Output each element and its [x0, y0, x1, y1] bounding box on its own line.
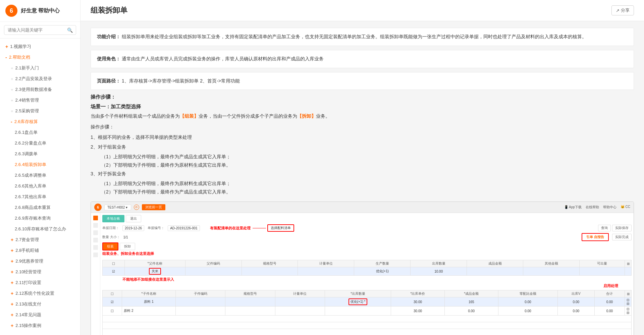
mock-upper-tbody: ☑ 关米 优化(+1) 10.00 [103, 267, 632, 276]
sidebar-item-mobile[interactable]: + 2.8手机旺铺 [0, 245, 80, 256]
mock-type-assembly: 组装 [102, 242, 118, 250]
sidebar-item-print[interactable]: + 2.11打印设置 [0, 277, 80, 288]
lower-r1-prodamt: 165 [444, 297, 498, 306]
mock-lower-row-5 [103, 329, 632, 335]
sidebar-item-splitcheck[interactable]: 2.6.2分量盘点单 [0, 138, 80, 149]
sidebar-item-costadj[interactable]: 2.6.5成本调整单 [0, 170, 80, 181]
lower-col-outv: 出库V [558, 290, 595, 297]
annotation-line-1 [253, 228, 266, 228]
sidebar-item-docs[interactable]: - 2.帮助文档 [0, 52, 80, 63]
mock-qty-label: 数量 大小： [102, 235, 120, 239]
mock-lower-thead: ☐ *子件名称 子件编码 规格型号 计量单位 *出库数量 *出库单价 *成品金额… [103, 290, 632, 297]
mock-logo: 6 [94, 204, 102, 211]
annotation-arrow-area-1: 选择配料清单 [253, 224, 294, 232]
upper-row1-unit [298, 267, 354, 276]
lower-r2-code [175, 306, 225, 316]
lower-col-outqty: *出库数量 [325, 290, 391, 297]
mock-lower-row-1: ☑ 原料 1 优化(+1) * 30.00 165 [103, 297, 632, 306]
app-logo-text: 好生意 帮助中心 [21, 7, 60, 14]
upper-row1-outqty: 10.00 [411, 267, 467, 276]
upper-row1-spec [241, 267, 298, 276]
search-icon: 🔍 [67, 27, 73, 33]
col-produce-qty: 生产数量 [354, 260, 411, 267]
feature-intro-label: 功能介绍： [97, 34, 120, 39]
annotation-text-3: 组装业务、拆卸业务在这里选择 [102, 251, 154, 256]
scenario-desc: 当由多个子件材料组装成一个成品的业务为【组装】业务，当由一个父件拆分成多个子产品… [91, 112, 634, 120]
col-out-qty: 出库数量 [411, 260, 467, 267]
mock-upper-row-1: ☑ 关米 优化(+1) 10.00 [103, 267, 632, 276]
mock-date-label: 单据日期： [102, 226, 119, 230]
search-input[interactable] [4, 25, 76, 35]
sidebar-item-stockcheck[interactable]: 2.6.1盘点单 [0, 127, 80, 138]
lower-r2-actions: ⊡ ⊟ [625, 306, 632, 316]
col-avail-qty: 可出量 [579, 260, 625, 267]
sidebar-item-install[interactable]: + 2.2产品安装及登录 [0, 73, 80, 84]
sidebar-item-video[interactable]: + 1.视频学习 [0, 41, 80, 52]
sidebar: 6 好生意 帮助中心 🔍 + 1.视频学习 - 2.帮助文档 + 2.1新手入门… [0, 0, 80, 335]
collapse-icon: - [5, 55, 7, 60]
sidebar-item-costrecalc[interactable]: 2.6.8商品成本重算 [0, 202, 80, 213]
custom-expand-icon: + [11, 291, 13, 296]
coupon-expand-icon: + [11, 259, 13, 264]
upper-row1-avail [579, 267, 625, 276]
lower-r4-empty [103, 322, 632, 329]
mock-icon-2 [93, 223, 98, 228]
sidebar-item-custom[interactable]: + 2.12系统个性化设置 [0, 288, 80, 299]
sidebar-item-sales[interactable]: + 2.4销售管理 [0, 95, 80, 106]
step2: 2、对于组装业务 [91, 143, 634, 151]
step2-sub1: （1）上部明细为父件明细，最终作为产成品生成其它入库单； [91, 153, 634, 161]
mock-confirm-area: 引单 自报告 [582, 233, 609, 241]
sidebar-item-stockquery[interactable]: 2.6.9库存账本查询 [0, 213, 80, 224]
mock-tab-local: 本地台账 [102, 215, 124, 222]
lower-r1-outv: 0.00 [558, 297, 595, 306]
upper-row1-name: 关米 [124, 267, 185, 276]
sidebar-item-otherinstock[interactable]: 2.6.6其他入库单 [0, 181, 80, 191]
sidebar-item-adjust[interactable]: 2.6.3调拨单 [0, 149, 80, 159]
col-unit: 计量单位 [298, 260, 354, 267]
lower-col-prodamt: *成品金额 [444, 290, 498, 297]
mock-type-row: 组装 拆卸 [102, 242, 632, 250]
sidebar-item-purchase[interactable]: + 2.5采购管理 [0, 106, 80, 116]
lower-r2-name: 原料 2 [122, 306, 176, 316]
sidebar-item-coupon[interactable]: + 2.9优惠券管理 [0, 256, 80, 267]
sidebar-nav: + 1.视频学习 - 2.帮助文档 + 2.1新手入门 + 2.2产品安装及登录… [0, 39, 80, 335]
lower-r1-code [175, 297, 225, 306]
sidebar-header: 6 好生意 帮助中心 [0, 0, 80, 22]
mock-num-input: AD-20191226-001 [168, 225, 200, 231]
mock-appdownload: 📱 App下载 [564, 205, 582, 210]
mock-tabs-row: 本地台账 退出 [102, 215, 632, 222]
sidebar-item-inventory[interactable]: - 2.6库存核算 [0, 116, 80, 127]
expand-icon: + [5, 44, 8, 49]
share-button[interactable]: ↗ 分享 [611, 5, 634, 15]
lower-r1-cb: ☑ [103, 297, 122, 306]
sidebar-item-otheroutstock[interactable]: 2.6.7其他出库单 [0, 191, 80, 202]
sidebar-item-online[interactable]: + 2.13在线支付 [0, 299, 80, 310]
role-intro-text: 通常由生产人员或库管人员完成拆装业务的操作，库管人员确认原材料的出库和产成品的入… [122, 56, 324, 61]
col-parent-name: *父件名称 [124, 260, 185, 267]
sidebar-item-data[interactable]: + 2.3使用前数据准备 [0, 84, 80, 95]
sidebar-item-finance[interactable]: + 2.7资金管理 [0, 234, 80, 245]
lower-r1-name: 原料 1 [122, 297, 176, 306]
sidebar-item-assembly[interactable]: 2.6.4组装拆卸单 [0, 159, 80, 170]
feature-intro-block: 功能介绍： 组装拆卸单用来处理企业组装或拆卸等加工业务，支持有固定装配清单的产品… [91, 28, 634, 46]
sidebar-item-biz[interactable]: + 2.10经营管理 [0, 267, 80, 277]
lower-r2-price: 30.00 [391, 306, 445, 316]
sidebar-item-case[interactable]: + 2.15操作案例 [0, 320, 80, 331]
lower-col-unit: 计量单位 [275, 290, 325, 297]
mock-new-btn: 浏览前一页 [142, 204, 165, 210]
lower-r1-actions: ⊡ ⊟ [625, 297, 632, 306]
sidebar-item-faq[interactable]: + 2.14常见问题 [0, 310, 80, 320]
lower-r1-ratio: 0.00 [498, 297, 557, 306]
step3: 3、对于拆装业务 [91, 170, 634, 178]
lower-r1-spec [225, 297, 275, 306]
lower-r1-price: 30.00 [391, 297, 445, 306]
mock-form-row2: 数量 大小： 1/1 引单 自报告 实际完成 [102, 233, 632, 241]
sidebar-item-new[interactable]: + 2.1新手入门 [0, 63, 80, 73]
feature-intro-text: 组装拆卸单用来处理企业组装或拆卸等加工业务，支持有固定装配清单的产品加工业务，也… [122, 34, 587, 39]
upper-annotation-area: 不能地添不加组接在这里显示入 [102, 277, 632, 282]
mock-usercc: 🐱 CC [621, 205, 630, 210]
sidebar-item-stockerr[interactable]: 2.6.10库存账本错了怎么办 [0, 224, 80, 234]
main-header: 组装拆卸单 ↗ 分享 [80, 0, 644, 21]
lower-col-child-code: 子件编码 [175, 290, 225, 297]
mock-lower-row-4 [103, 322, 632, 329]
